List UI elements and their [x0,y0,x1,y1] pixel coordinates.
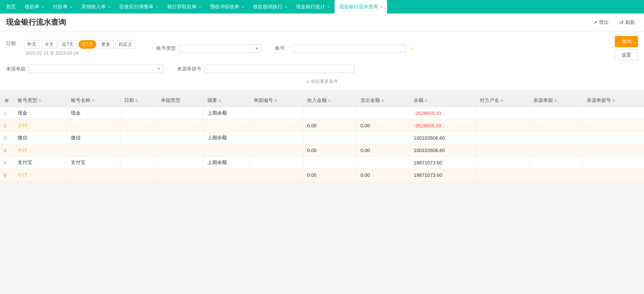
nav-close-bank-deposit[interactable]: × [199,0,201,13]
cell-account-type: 支付宝 [14,157,67,169]
filter-row-1: 日期 昨天 今天 近7天 近1月 更多 自定义 2023-02-24 至 202… [6,36,638,61]
date-quick-buttons: 昨天 今天 近7天 近1月 更多 自定义 [24,40,135,49]
sort-icon-date: ⇅ [135,98,138,103]
sort-icon-source-doc: ⇅ [554,98,557,103]
source-doc-no-input[interactable] [204,64,354,73]
table-header: ⚙ 账号类型⇅ 账号名称⇅ 日期⇅ 单据类型 摘要⇅ 单据编号⇅ [0,94,644,107]
cell-counterpart [476,157,529,169]
nav-close-other-income[interactable]: × [108,0,110,13]
th-doc-no[interactable]: 单据编号⇅ [250,94,303,107]
export-button[interactable]: ↗ 导出 [590,18,612,27]
export-icon: ↗ [593,19,597,25]
cell-counterpart [476,107,529,119]
th-gear[interactable]: ⚙ [0,94,14,107]
date-yesterday-btn[interactable]: 昨天 [24,40,40,49]
date-1month-btn[interactable]: 近1月 [78,40,97,49]
sort-icon-source-doc-no: ⇅ [612,98,615,103]
cell-expense: 0.00 [356,119,410,132]
cell-row-num: 1 [0,107,14,119]
cell-source-doc-no [582,132,644,144]
account-filter-group: 账号 ··· [275,44,416,53]
cell-income: 0.00 [303,169,356,181]
sort-icon-account-type: ⇅ [38,98,41,103]
date-7days-btn[interactable]: 近7天 [59,40,77,49]
cell-row-num: 2 [0,119,14,132]
date-today-btn[interactable]: 今天 [41,40,57,49]
sort-icon-expense: ⇅ [381,98,384,103]
th-doc-type[interactable]: 单据类型 [157,94,204,107]
nav-item-bank-deposit[interactable]: 银行存取款单 × [163,0,206,13]
th-source-doc-no[interactable]: 来源单据号⇅ [582,94,644,107]
nav-item-bank-stats[interactable]: 现金银行统计 × [291,0,334,13]
table-row: 2 小计 0.00 0.00 -3528659.33 [0,119,644,132]
nav-close-payment[interactable]: × [70,0,72,13]
th-income[interactable]: 收入金额⇅ [303,94,356,107]
nav-close-adjustment[interactable]: × [156,0,158,13]
cell-doc-no [250,169,303,181]
nav-item-receipt[interactable]: 收款单 × [20,0,48,13]
cell-source-doc-no [582,157,644,169]
filter-area: 日期 昨天 今天 近7天 近1月 更多 自定义 2023-02-24 至 202… [0,31,644,91]
query-button[interactable]: 查询 [615,36,638,47]
nav-item-adjustment[interactable]: 应收应付调整单 × [115,0,162,13]
date-custom-btn[interactable]: 自定义 [115,40,135,49]
cell-summary: 上期余额 [203,107,250,119]
nav-item-other-income[interactable]: 其他收入单 × [77,0,115,13]
cell-income [303,157,356,169]
account-type-label: 账号类型 [156,45,176,52]
th-source-doc[interactable]: 来源单据⇅ [529,94,582,107]
nav-item-home[interactable]: 首页 [2,0,20,13]
refresh-icon: ↺ [619,19,624,25]
cell-account-name: 微信 [67,132,120,144]
th-balance[interactable]: 余额⇅ [410,94,476,107]
cell-source-doc [529,132,582,144]
th-account-type[interactable]: 账号类型⇅ [14,94,67,107]
nav-close-bank-flow[interactable]: × [380,0,383,13]
account-type-filter-group: 账号类型 ▾ [156,44,261,53]
nav-item-bank-flow[interactable]: 现金银行流水查询 × [335,0,387,13]
nav-close-receipt[interactable]: × [42,0,44,13]
th-date[interactable]: 日期⇅ [120,94,157,107]
cell-row-num: 6 [0,169,14,181]
source-doc-select[interactable]: ▾ [29,64,164,73]
th-expense[interactable]: 支出金额⇅ [356,94,410,107]
source-doc-no-label: 来源单据号 [177,66,201,72]
top-navigation: 首页 收款单 × 付款单 × 其他收入单 × 应收应付调整单 × 银行存取款单 … [0,0,644,13]
sort-icon-summary: ⇅ [218,98,221,103]
nav-item-collection[interactable]: 收款核销执行 × [249,0,291,13]
cell-source-doc [529,157,582,169]
settings-button[interactable]: 设置 [615,49,638,61]
cell-counterpart [476,119,529,132]
cell-account-type: 现金 [14,107,67,119]
collapse-bar[interactable]: ∧ 收起更多条件 [6,77,638,86]
cell-account-name: 现金 [67,107,120,119]
date-more-btn[interactable]: 更多 [98,40,114,49]
table-row: 4 小计 0.00 0.00 100102606.60 [0,144,644,157]
account-type-select[interactable]: ▾ [179,44,261,53]
account-input[interactable] [293,44,405,53]
account-type-chevron-icon: ▾ [255,46,258,51]
cell-account-type: 小计 [14,144,67,157]
date-label: 日期 [6,40,21,47]
nav-item-prepaid[interactable]: 预收冲应收单 × [206,0,248,13]
nav-close-bank-stats[interactable]: × [327,0,330,13]
cell-balance: 19871073.60 [410,157,476,169]
filter-row-2: 来源单据 ▾ 来源单据号 [6,64,638,73]
cell-account-name: 支付宝 [67,157,120,169]
sort-icon-income: ⇅ [328,98,331,103]
cell-summary [203,119,250,132]
data-table-container: ⚙ 账号类型⇅ 账号名称⇅ 日期⇅ 单据类型 摘要⇅ 单据编号⇅ [0,94,644,181]
header-actions: ↗ 导出 ↺ 刷新 [590,18,638,27]
th-summary[interactable]: 摘要⇅ [203,94,250,107]
table-row: 1 现金 现金 上期余额 -3528659.33 [0,107,644,119]
cell-summary: 上期余额 [203,132,250,144]
cell-summary: 上期余额 [203,157,250,169]
nav-close-prepaid[interactable]: × [242,0,244,13]
refresh-button[interactable]: ↺ 刷新 [616,18,638,27]
th-account-name[interactable]: 账号名称⇅ [67,94,120,107]
nav-item-payment[interactable]: 付款单 × [48,0,77,13]
nav-close-collection[interactable]: × [285,0,287,13]
th-counterpart[interactable]: 对方户名⇅ [476,94,529,107]
account-ellipsis-button[interactable]: ··· [408,45,416,52]
cell-doc-no [250,157,303,169]
